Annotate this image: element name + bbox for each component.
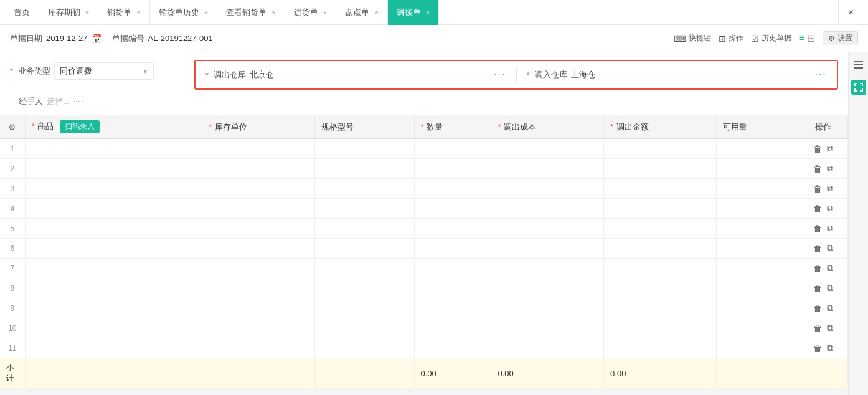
- grid-view-icon[interactable]: ⊞: [807, 32, 815, 44]
- copy-icon[interactable]: ⧉: [827, 263, 833, 274]
- row-unit[interactable]: [202, 318, 315, 338]
- sidebar-list-icon[interactable]: [851, 57, 866, 72]
- calendar-icon[interactable]: 📅: [92, 34, 102, 44]
- delete-icon[interactable]: 🗑: [813, 343, 822, 353]
- list-view-icon[interactable]: ≡: [799, 32, 804, 44]
- delete-icon[interactable]: 🗑: [813, 184, 822, 194]
- row-unit[interactable]: [202, 278, 315, 298]
- person-more[interactable]: ···: [73, 96, 85, 107]
- copy-icon[interactable]: ⧉: [827, 283, 833, 293]
- row-cost[interactable]: [491, 278, 604, 298]
- tab-view-sales[interactable]: 查看销货单 ×: [217, 0, 285, 25]
- delete-icon[interactable]: 🗑: [813, 144, 822, 154]
- tab-transfer[interactable]: 调拨单 ×: [388, 0, 439, 25]
- tab-sales-order-close[interactable]: ×: [136, 9, 140, 16]
- copy-icon[interactable]: ⧉: [827, 343, 833, 353]
- row-unit[interactable]: [202, 239, 315, 259]
- row-available[interactable]: [716, 318, 798, 338]
- window-close-button[interactable]: ×: [838, 0, 863, 25]
- tab-sales-history[interactable]: 销货单历史 ×: [150, 0, 217, 25]
- row-unit[interactable]: [202, 298, 315, 318]
- row-spec[interactable]: [315, 219, 415, 239]
- row-unit[interactable]: [202, 139, 315, 159]
- row-cost[interactable]: [491, 219, 604, 239]
- delete-icon[interactable]: 🗑: [813, 283, 822, 293]
- row-available[interactable]: [716, 278, 798, 298]
- row-unit[interactable]: [202, 219, 315, 239]
- row-cost[interactable]: [491, 239, 604, 259]
- copy-icon[interactable]: ⧉: [827, 243, 833, 254]
- gear-icon[interactable]: ⚙: [8, 122, 16, 132]
- row-qty[interactable]: [414, 159, 491, 179]
- person-input[interactable]: 选择...: [47, 96, 70, 107]
- row-qty[interactable]: [414, 338, 491, 358]
- delete-icon[interactable]: 🗑: [813, 323, 822, 333]
- row-cost[interactable]: [491, 199, 604, 219]
- row-amount[interactable]: [604, 298, 717, 318]
- tab-view-sales-close[interactable]: ×: [271, 9, 275, 16]
- row-cost[interactable]: [491, 338, 604, 358]
- operations-tool[interactable]: ⊞ 操作: [719, 33, 743, 44]
- tab-inventory-init[interactable]: 库存期初 ×: [39, 0, 98, 25]
- row-product[interactable]: [25, 219, 202, 239]
- row-amount[interactable]: [604, 219, 717, 239]
- row-unit[interactable]: [202, 259, 315, 278]
- out-warehouse-more[interactable]: ···: [494, 69, 506, 80]
- th-gear[interactable]: ⚙: [0, 115, 25, 139]
- row-spec[interactable]: [315, 239, 415, 259]
- row-spec[interactable]: [315, 278, 415, 298]
- history-tool[interactable]: ☑ 历史单据: [751, 33, 791, 44]
- delete-icon[interactable]: 🗑: [813, 264, 822, 274]
- row-qty[interactable]: [414, 259, 491, 278]
- row-cost[interactable]: [491, 159, 604, 179]
- row-spec[interactable]: [315, 159, 415, 179]
- row-product[interactable]: [25, 278, 202, 298]
- row-amount[interactable]: [604, 239, 717, 259]
- row-available[interactable]: [716, 159, 798, 179]
- in-warehouse-more[interactable]: ···: [815, 69, 827, 80]
- row-available[interactable]: [716, 239, 798, 259]
- row-amount[interactable]: [604, 179, 717, 199]
- row-product[interactable]: [25, 179, 202, 199]
- row-qty[interactable]: [414, 199, 491, 219]
- row-product[interactable]: [25, 199, 202, 219]
- sidebar-expand-icon[interactable]: [851, 80, 866, 95]
- row-product[interactable]: [25, 159, 202, 179]
- row-amount[interactable]: [604, 318, 717, 338]
- copy-icon[interactable]: ⧉: [827, 143, 833, 154]
- row-qty[interactable]: [414, 219, 491, 239]
- row-amount[interactable]: [604, 259, 717, 278]
- bottom-scrollbar[interactable]: [0, 389, 848, 395]
- tab-purchase-close[interactable]: ×: [323, 9, 327, 16]
- delete-icon[interactable]: 🗑: [813, 303, 822, 313]
- delete-icon[interactable]: 🗑: [813, 224, 822, 234]
- row-qty[interactable]: [414, 298, 491, 318]
- row-unit[interactable]: [202, 159, 315, 179]
- copy-icon[interactable]: ⧉: [827, 303, 833, 313]
- row-qty[interactable]: [414, 239, 491, 259]
- row-cost[interactable]: [491, 179, 604, 199]
- copy-icon[interactable]: ⧉: [827, 163, 833, 174]
- row-unit[interactable]: [202, 179, 315, 199]
- row-product[interactable]: [25, 298, 202, 318]
- row-unit[interactable]: [202, 199, 315, 219]
- row-product[interactable]: [25, 239, 202, 259]
- row-available[interactable]: [716, 199, 798, 219]
- copy-icon[interactable]: ⧉: [827, 323, 833, 333]
- row-cost[interactable]: [491, 298, 604, 318]
- row-unit[interactable]: [202, 338, 315, 358]
- row-spec[interactable]: [315, 259, 415, 278]
- row-spec[interactable]: [315, 298, 415, 318]
- row-amount[interactable]: [604, 278, 717, 298]
- row-product[interactable]: [25, 318, 202, 338]
- row-cost[interactable]: [491, 259, 604, 278]
- settings-button[interactable]: ⚙ 设置: [823, 31, 858, 45]
- row-available[interactable]: [716, 298, 798, 318]
- row-available[interactable]: [716, 338, 798, 358]
- row-available[interactable]: [716, 139, 798, 159]
- row-available[interactable]: [716, 219, 798, 239]
- tab-sales-history-close[interactable]: ×: [204, 9, 208, 16]
- row-spec[interactable]: [315, 338, 415, 358]
- tab-inventory-init-close[interactable]: ×: [85, 9, 89, 16]
- row-amount[interactable]: [604, 159, 717, 179]
